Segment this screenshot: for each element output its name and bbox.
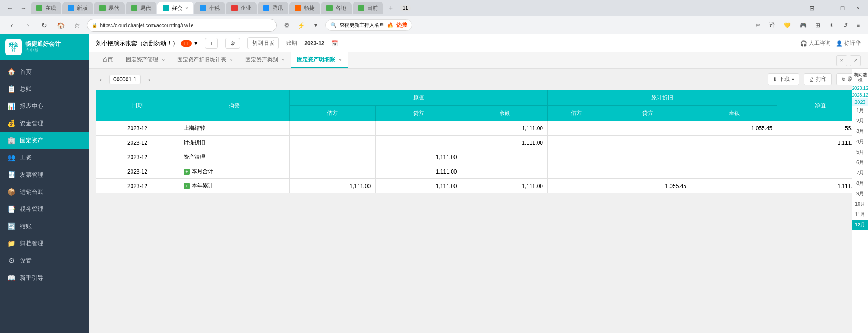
period-month-9[interactable]: 9月	[852, 189, 868, 198]
grid-tool[interactable]: ⊞	[813, 21, 823, 29]
browser-tab-changjie[interactable]: 畅捷	[289, 2, 320, 14]
period-month-7[interactable]: 7月	[852, 168, 868, 178]
url-input[interactable]: 🔒 https://cloud.chanjet.com/accounting/u…	[87, 19, 277, 32]
table-row[interactable]: 2023-12 资产清理 1,111.00	[96, 150, 863, 164]
sidebar-item-purchasesales[interactable]: 📦 进销台账	[0, 183, 89, 201]
browser-tab-zaixian[interactable]: 在线	[31, 2, 61, 14]
close-window-button[interactable]: ×	[852, 2, 864, 14]
table-row[interactable]: 2023-12 +本月合计 1,111.00	[96, 164, 863, 179]
page-tab-close-depreciation-stat[interactable]: ×	[230, 57, 232, 63]
cell-orig-credit-3: 1,111.00	[376, 164, 462, 179]
archive-icon: 📁	[7, 239, 15, 248]
new-tab-button[interactable]: +	[384, 2, 397, 14]
sidebar-item-tax[interactable]: 📑 税务管理	[0, 201, 89, 218]
sidebar-item-fixedassets[interactable]: 🏢 固定资产	[0, 132, 89, 149]
restore-button[interactable]: ⊟	[806, 2, 818, 14]
browser-tab-haohui[interactable]: 好会 ×	[157, 2, 193, 14]
cell-summary-3: +本月合计	[179, 164, 289, 179]
cell-orig-debit-0	[289, 121, 375, 136]
forward-button[interactable]: →	[17, 2, 30, 14]
period-month-10[interactable]: 10月	[852, 199, 868, 209]
sidebar-item-salary[interactable]: 👥 工资	[0, 149, 89, 166]
page-tabs: 首页 固定资产管理 × 固定资产折旧统计表 × 固定资产类别 × 固定资产明细账…	[89, 52, 868, 69]
browser-tab-yidai1[interactable]: 易代	[94, 2, 125, 14]
table-row[interactable]: 2023-12 上期结转 1,111.00 1,055.45 55.55	[96, 121, 863, 136]
calendar-icon[interactable]: 📅	[331, 40, 338, 47]
browser-tab-tencent[interactable]: 腾讯	[258, 2, 288, 14]
period-year[interactable]: 2023	[852, 98, 868, 106]
browser-tab-xinban[interactable]: 新版	[62, 2, 93, 14]
page-tab-close-asset-detail[interactable]: ×	[339, 57, 341, 63]
company-selector[interactable]: 刘小艳演示账套（勿删勿动！） 11 ▾	[96, 39, 198, 47]
page-tab-close-fixedasset-mgmt[interactable]: ×	[162, 57, 165, 63]
page-tab-home[interactable]: 首页	[96, 52, 119, 68]
undo-tool[interactable]: ↺	[840, 21, 850, 29]
period-month-3[interactable]: 3月	[852, 127, 868, 136]
sidebar-item-settings[interactable]: ⚙ 设置	[0, 252, 89, 269]
report-icon: 📊	[7, 102, 15, 110]
menu-tool[interactable]: ≡	[854, 21, 863, 29]
record-prev-button[interactable]: ‹	[96, 75, 106, 84]
sidebar-item-archive[interactable]: 📁 归档管理	[0, 235, 89, 252]
nav-forward-button[interactable]: ›	[22, 19, 34, 32]
game-tool[interactable]: 🎮	[797, 21, 809, 29]
table-row[interactable]: 2023-12 计提折旧 1,111.00 1,111.002023	[96, 136, 863, 150]
print-button[interactable]: 🖨 打印	[804, 73, 832, 85]
period-month-2[interactable]: 2月	[852, 116, 868, 126]
cell-orig-balance-1: 1,111.00	[462, 136, 547, 150]
nav-back-button[interactable]: ‹	[5, 19, 18, 32]
page-tab-close-asset-category[interactable]: ×	[282, 57, 284, 63]
reload-button[interactable]: ↻	[38, 19, 51, 32]
sidebar-item-invoice[interactable]: 🧾 发票管理	[0, 166, 89, 183]
browser-tab-gedi[interactable]: 各地	[321, 2, 352, 14]
browser-tab-muqian[interactable]: 目前	[353, 2, 383, 14]
sidebar-item-guide[interactable]: 📖 新手引导	[0, 269, 89, 286]
record-next-button[interactable]: ›	[144, 75, 154, 84]
fixedassets-icon: 🏢	[7, 136, 15, 145]
print-label: 打印	[816, 75, 827, 83]
table-row[interactable]: 2023-12 +本年累计 1,111.00 1,111.00 1,111.00…	[96, 179, 863, 193]
page-tab-asset-detail[interactable]: 固定资产明细账 ×	[291, 52, 348, 68]
brightness-tool[interactable]: ☀	[826, 21, 837, 29]
site-info-button[interactable]: 器	[280, 19, 293, 32]
sidebar-item-ledger[interactable]: 📋 总账	[0, 80, 89, 98]
home-button[interactable]: 🏠	[54, 19, 67, 32]
period-month-4[interactable]: 4月	[852, 137, 868, 146]
period-month-11[interactable]: 11月	[852, 210, 868, 219]
user-info[interactable]: 👤 徐译华	[836, 39, 861, 47]
wallet-tool[interactable]: 💛	[781, 21, 793, 29]
period-month-5[interactable]: 5月	[852, 147, 868, 157]
scissors-tool[interactable]: ✂	[753, 21, 763, 29]
tab-win-close-button[interactable]: ×	[836, 55, 847, 66]
browser-tab-yidai2[interactable]: 易代	[126, 2, 156, 14]
browser-tab-geshui[interactable]: 个税	[194, 2, 225, 14]
sidebar-item-closeperiod[interactable]: 🔄 结账	[0, 218, 89, 235]
translate-tool[interactable]: 译	[767, 20, 778, 30]
page-tab-asset-category[interactable]: 固定资产类别 ×	[239, 52, 291, 68]
minimize-button[interactable]: —	[821, 2, 834, 14]
download-button[interactable]: ⬇ 下载 ▾	[768, 73, 799, 85]
sidebar-item-home[interactable]: 🏠 首页	[0, 63, 89, 80]
flash-button[interactable]: ⚡	[295, 19, 307, 32]
period-month-1[interactable]: 1月	[852, 106, 868, 115]
sidebar-item-funds[interactable]: 💰 资金管理	[0, 115, 89, 132]
sidebar-label-closeperiod: 结账	[20, 222, 32, 230]
period-month-6[interactable]: 6月	[852, 158, 868, 167]
dropdown-arrow[interactable]: ▾	[309, 19, 322, 32]
browser-tab-qiye[interactable]: 企业	[226, 2, 257, 14]
settings-book-button[interactable]: ⚙	[225, 38, 240, 49]
service-button[interactable]: 🎧 人工咨询	[800, 39, 830, 47]
tab-close-haohui[interactable]: ×	[185, 5, 188, 11]
bookmark-button[interactable]: ☆	[71, 19, 83, 32]
tab-win-expand-button[interactable]: ⤢	[850, 55, 861, 66]
maximize-button[interactable]: □	[836, 2, 849, 14]
period-month-8[interactable]: 8月	[852, 178, 868, 188]
switch-version-button[interactable]: 切到旧版	[247, 37, 279, 49]
search-box[interactable]: 🔍 央视更新主持人名单 🔥 热搜	[326, 19, 412, 31]
page-tab-fixedasset-mgmt[interactable]: 固定资产管理 ×	[119, 52, 171, 68]
back-button[interactable]: ←	[4, 2, 16, 14]
sidebar-item-report[interactable]: 📊 报表中心	[0, 98, 89, 115]
page-tab-depreciation-stat[interactable]: 固定资产折旧统计表 ×	[171, 52, 239, 68]
period-month-12[interactable]: 12月	[852, 220, 868, 230]
add-book-button[interactable]: +	[205, 38, 218, 49]
